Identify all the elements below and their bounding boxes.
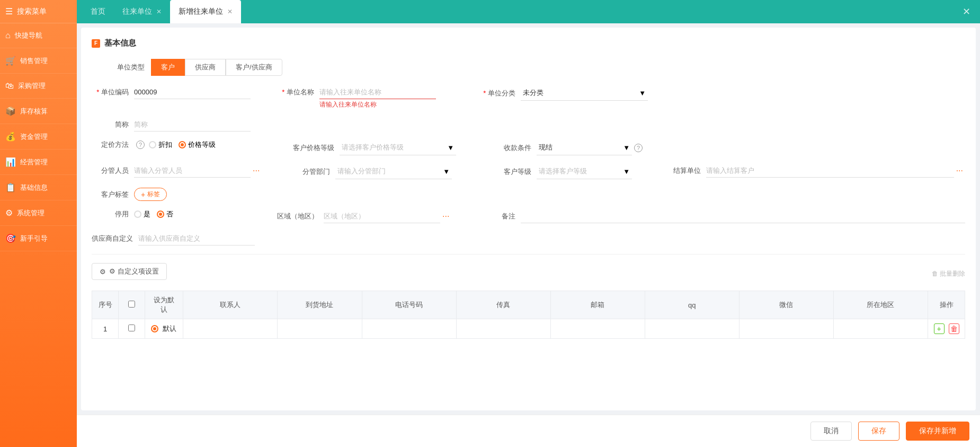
btn-both[interactable]: 客户/供应商 xyxy=(226,59,282,76)
sidebar-item-inventory[interactable]: 📦 库存核算 xyxy=(0,99,77,124)
cell-phone[interactable] xyxy=(362,319,456,339)
manager-input[interactable] xyxy=(134,164,251,178)
cell-email[interactable] xyxy=(550,319,645,339)
row-actions: + 🗑 xyxy=(933,323,959,334)
manager-more-btn[interactable]: ··· xyxy=(251,166,262,176)
radio-yes[interactable]: 是 xyxy=(134,209,150,219)
cell-checkbox xyxy=(119,319,145,339)
btn-customer[interactable]: 客户 xyxy=(151,59,185,76)
tab-new-counterparty-close[interactable]: ✕ xyxy=(227,8,233,15)
payment-terms-select[interactable]: 现结 ▼ xyxy=(537,140,632,155)
cell-fax[interactable] xyxy=(456,319,550,339)
email-input[interactable] xyxy=(556,325,639,333)
sidebar-item-purchase-mgmt[interactable]: 🛍 采购管理 xyxy=(0,74,77,99)
unit-name-input[interactable] xyxy=(319,85,436,99)
contact-input[interactable] xyxy=(189,325,272,333)
payment-terms-value: 现结 xyxy=(539,143,623,152)
supplier-custom-label: 供应商自定义 xyxy=(92,234,133,243)
tab-new-counterparty[interactable]: 新增往来单位 ✕ xyxy=(170,0,241,23)
sidebar-item-beginner[interactable]: 🎯 新手引导 xyxy=(0,226,77,251)
cell-address[interactable] xyxy=(277,319,362,339)
pricing-help-icon[interactable]: ? xyxy=(136,141,145,149)
trash-icon: 🗑 xyxy=(932,270,938,277)
region-table-input[interactable] xyxy=(839,325,922,333)
search-menu[interactable]: ☰ 搜索菜单 xyxy=(0,0,77,23)
batch-delete-button[interactable]: 🗑 批量删除 xyxy=(932,269,965,278)
radio-price-level-circle xyxy=(179,141,186,148)
cell-qq[interactable] xyxy=(645,319,739,339)
add-tag-button[interactable]: + 标签 xyxy=(134,188,167,201)
field-settlement-unit: 结算单位 ··· xyxy=(664,164,965,178)
cancel-button[interactable]: 取消 xyxy=(810,422,852,441)
btn-supplier[interactable]: 供应商 xyxy=(185,59,226,76)
tab-home[interactable]: 首页 xyxy=(82,0,114,23)
radio-no[interactable]: 否 xyxy=(157,209,173,219)
tab-counterparty[interactable]: 往来单位 ✕ xyxy=(114,0,170,23)
manager-label: 分管人员 xyxy=(92,166,129,176)
search-icon: ☰ xyxy=(5,6,13,16)
sidebar-item-base-info[interactable]: 📋 基础信息 xyxy=(0,175,77,200)
chevron-down-icon: ▼ xyxy=(623,168,630,176)
radio-no-label: 否 xyxy=(166,209,173,219)
fax-input[interactable] xyxy=(462,325,545,333)
save-new-button[interactable]: 保存并新增 xyxy=(906,422,969,441)
region-more-btn[interactable]: ··· xyxy=(440,212,451,221)
sidebar-item-sys-mgmt[interactable]: ⚙ 系统管理 xyxy=(0,200,77,226)
unit-category-select[interactable]: 未分类 ▼ xyxy=(521,85,648,101)
contact-table: 序号 设为默认 联系人 到货地址 电话号码 传真 邮箱 qq 微信 所在地区 操… xyxy=(92,291,965,339)
payment-help-icon[interactable]: ? xyxy=(634,144,643,152)
save-button[interactable]: 保存 xyxy=(858,422,899,441)
field-customer-level: 客户等级 请选择客户等级 ▼ xyxy=(494,164,664,179)
add-row-button[interactable]: + xyxy=(934,323,945,334)
chevron-down-icon: ▼ xyxy=(639,89,646,97)
inventory-icon: 📦 xyxy=(5,106,16,116)
wechat-input[interactable] xyxy=(745,325,828,333)
sidebar-item-operations[interactable]: 📊 经营管理 xyxy=(0,150,77,175)
settings-icon: ⚙ xyxy=(5,208,13,218)
finance-icon: 💰 xyxy=(5,132,16,142)
th-fax: 传真 xyxy=(456,291,550,319)
custom-settings-button[interactable]: ⚙ ⚙ 自定义项设置 xyxy=(92,263,167,280)
operations-icon: 📊 xyxy=(5,157,16,167)
short-name-input[interactable] xyxy=(134,118,251,132)
pricing-radio-group: 折扣 价格等级 xyxy=(149,140,216,150)
radio-discount[interactable]: 折扣 xyxy=(149,140,172,150)
delete-row-button[interactable]: 🗑 xyxy=(949,323,959,334)
th-default: 设为默认 xyxy=(145,291,183,319)
th-email: 邮箱 xyxy=(550,291,645,319)
section-title-text: 基本信息 xyxy=(104,38,136,48)
unit-code-input[interactable] xyxy=(134,85,251,99)
row-checkbox[interactable] xyxy=(128,325,135,331)
supplier-custom-input[interactable] xyxy=(138,232,255,246)
tab-counterparty-close[interactable]: ✕ xyxy=(156,8,162,15)
remarks-input[interactable] xyxy=(521,209,965,223)
sidebar: ☰ 搜索菜单 ⌂ 快捷导航 🛒 销售管理 🛍 采购管理 📦 库存核算 💰 资金管… xyxy=(0,0,77,447)
cell-wechat[interactable] xyxy=(739,319,833,339)
custom-settings-label: ⚙ 自定义项设置 xyxy=(109,267,159,276)
radio-default[interactable]: 默认 xyxy=(150,324,177,334)
th-wechat: 微信 xyxy=(739,291,833,319)
address-input[interactable] xyxy=(283,325,357,333)
customer-level-select[interactable]: 请选择客户等级 ▼ xyxy=(537,164,632,179)
tab-counterparty-label: 往来单位 xyxy=(122,7,152,16)
customer-price-level-select[interactable]: 请选择客户价格等级 ▼ xyxy=(340,140,456,155)
add-tag-label: 标签 xyxy=(147,190,160,199)
phone-input[interactable] xyxy=(368,325,451,333)
settlement-unit-input[interactable] xyxy=(706,164,954,178)
radio-price-level[interactable]: 价格等级 xyxy=(179,140,216,150)
close-all-tabs[interactable]: ✕ xyxy=(958,6,975,17)
settlement-unit-more-btn[interactable]: ··· xyxy=(954,166,965,176)
cell-contact[interactable] xyxy=(183,319,277,339)
sidebar-item-finance[interactable]: 💰 资金管理 xyxy=(0,124,77,150)
th-address: 到货地址 xyxy=(277,291,362,319)
cell-region[interactable] xyxy=(833,319,928,339)
field-unit-category: 单位分类 未分类 ▼ xyxy=(478,85,680,101)
field-short-name: 简称 xyxy=(92,118,277,132)
sidebar-item-sales-mgmt[interactable]: 🛒 销售管理 xyxy=(0,48,77,74)
region-input[interactable] xyxy=(324,209,440,223)
qq-input[interactable] xyxy=(651,325,734,333)
form-footer: 取消 保存 保存并新增 xyxy=(77,415,980,447)
select-all-checkbox[interactable] xyxy=(128,301,135,308)
sidebar-item-quick-nav[interactable]: ⌂ 快捷导航 xyxy=(0,23,77,48)
department-select[interactable]: 请输入分管部门 ▼ xyxy=(335,164,452,179)
